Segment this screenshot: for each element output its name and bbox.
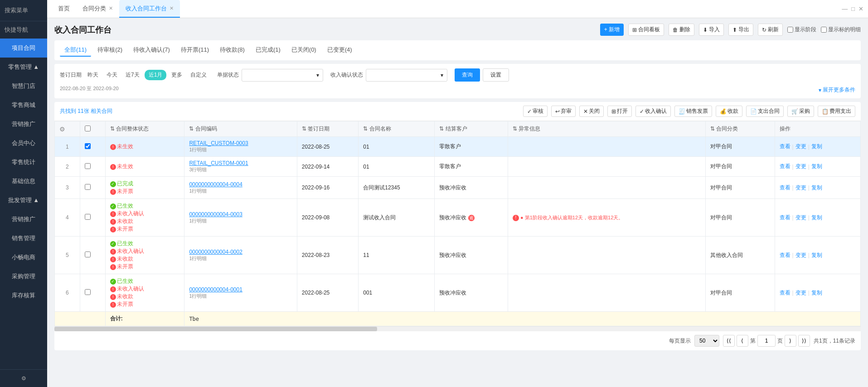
table-action-print[interactable]: ⊞ 打开 (607, 106, 632, 117)
sidebar-settings[interactable]: ⚙ (0, 369, 47, 387)
row-checkbox[interactable] (80, 237, 105, 274)
tab-home[interactable]: 首页 (52, 0, 76, 18)
sidebar-item-wholesale-mgmt[interactable]: 批发管理 ▲ (0, 191, 47, 210)
date-shortcut-today[interactable]: 今天 (103, 70, 121, 80)
row-action-查看[interactable]: 查看 (780, 289, 790, 297)
sidebar-item-inventory[interactable]: 库存核算 (0, 286, 47, 305)
row-action-查看[interactable]: 查看 (780, 184, 790, 192)
contract-code-link[interactable]: 0000000000004-0002 (189, 249, 242, 255)
settings-icon[interactable]: ⚙ (59, 126, 65, 133)
date-shortcut-custom[interactable]: 自定义 (187, 70, 210, 80)
sidebar-item-sales-mgmt[interactable]: 销售管理 (0, 229, 47, 248)
show-stages-checkbox[interactable]: 显示阶段 (787, 26, 816, 34)
filter-tab-pending-invoice[interactable]: 待开票(11) (176, 44, 213, 57)
table-action-close[interactable]: ✕ 关闭 (579, 106, 604, 117)
table-action-abandon[interactable]: ↩ 弃审 (551, 106, 576, 117)
contract-code-link[interactable]: 0000000000004-0001 (189, 286, 242, 293)
page-first-button[interactable]: ⟨⟨ (723, 335, 735, 347)
sidebar-item-marketing2[interactable]: 营销推广 (0, 210, 47, 229)
contract-code-link[interactable]: RETAIL_CUSTOM-0003 (189, 140, 248, 146)
row-checkbox[interactable] (80, 177, 105, 199)
row-action-变更[interactable]: 变更 (795, 184, 806, 192)
row-action-变更[interactable]: 变更 (795, 214, 806, 222)
h-scroll-bar[interactable] (54, 326, 861, 331)
sidebar-item-purchase-mgmt[interactable]: 采购管理 (0, 267, 47, 286)
date-shortcut-last7days[interactable]: 近7天 (122, 70, 143, 80)
filter-tab-all[interactable]: 全部(11) (60, 44, 91, 57)
window-max[interactable]: □ (851, 5, 855, 12)
sidebar-search[interactable]: 搜索菜单 (0, 0, 47, 21)
row-action-复制[interactable]: 复制 (811, 214, 822, 222)
doc-status-select[interactable]: ▾ (242, 69, 323, 82)
sidebar-item-member-center[interactable]: 会员中心 (0, 134, 47, 153)
col-header-settings[interactable]: ⚙ (55, 121, 80, 137)
tab-close-income-workbench[interactable]: ✕ (170, 5, 174, 11)
page-size-select[interactable]: 20 50 100 (694, 335, 719, 347)
date-shortcut-yesterday[interactable]: 昨天 (84, 70, 102, 80)
date-shortcut-more[interactable]: 更多 (168, 70, 185, 80)
table-action-collect[interactable]: 💰 收款 (716, 106, 742, 117)
table-action-income-confirm[interactable]: ✓ 收入确认 (635, 106, 671, 117)
table-action-review[interactable]: ✓ 审核 (523, 106, 548, 117)
query-button[interactable]: 查询 (455, 68, 480, 82)
import-button[interactable]: ⬇ 导入 (699, 24, 724, 36)
sidebar-item-smart-store[interactable]: 智慧门店 (0, 77, 47, 96)
window-close[interactable]: ✕ (858, 5, 863, 12)
tab-income-workbench[interactable]: 收入合同工作台 ✕ (119, 0, 180, 18)
filter-tab-pending-income-confirm[interactable]: 待收入确认(7) (129, 44, 175, 57)
contract-code-link[interactable]: RETAIL_CUSTOM-0001 (189, 160, 248, 166)
filter-tab-completed[interactable]: 已完成(1) (251, 44, 285, 57)
row-action-变更[interactable]: 变更 (795, 289, 806, 297)
row-action-查看[interactable]: 查看 (780, 143, 790, 150)
row-checkbox[interactable] (80, 199, 105, 237)
setting-button[interactable]: 设置 (483, 68, 509, 82)
table-action-output-contract[interactable]: 📄 支出合同 (746, 106, 784, 117)
sidebar-item-retail-stats[interactable]: 零售统计 (0, 153, 47, 172)
row-checkbox[interactable] (80, 137, 105, 157)
filter-tab-pending-collect[interactable]: 待收款(8) (215, 44, 249, 57)
row-action-复制[interactable]: 复制 (811, 289, 822, 297)
sidebar-item-retail-management[interactable]: 零售管理 ▲ (0, 58, 47, 77)
income-confirm-select[interactable]: ▾ (366, 69, 447, 82)
page-last-button[interactable]: ⟩⟩ (798, 335, 810, 347)
sidebar-item-xiaochangec[interactable]: 小畅电商 (0, 248, 47, 267)
page-input[interactable] (757, 335, 776, 347)
table-action-purchase[interactable]: 🛒 采购 (787, 106, 814, 117)
tab-close-contract-category[interactable]: ✕ (109, 5, 113, 11)
page-prev-button[interactable]: ⟨ (737, 335, 748, 347)
date-shortcut-last1month[interactable]: 近1月 (145, 70, 167, 80)
row-checkbox[interactable] (80, 157, 105, 177)
window-min[interactable]: — (842, 5, 848, 12)
row-action-变更[interactable]: 变更 (795, 163, 806, 170)
row-action-变更[interactable]: 变更 (795, 252, 806, 259)
row-action-查看[interactable]: 查看 (780, 214, 790, 222)
select-all-checkbox[interactable] (85, 126, 91, 131)
new-button[interactable]: + 新增 (600, 24, 624, 36)
contract-code-link[interactable]: 0000000000004-0003 (189, 211, 242, 218)
row-checkbox[interactable] (80, 274, 105, 312)
refresh-button[interactable]: ↻ 刷新 (758, 24, 783, 36)
row-action-复制[interactable]: 复制 (811, 163, 822, 170)
row-action-复制[interactable]: 复制 (811, 252, 822, 259)
sidebar-item-basic-info[interactable]: 基础信息 (0, 172, 47, 191)
sidebar-quick-nav[interactable]: 快捷导航 (0, 21, 47, 39)
sidebar-item-marketing[interactable]: 营销推广 (0, 115, 47, 134)
h-scroll-thumb[interactable] (54, 327, 377, 331)
row-action-查看[interactable]: 查看 (780, 252, 790, 259)
show-marks-checkbox[interactable]: 显示标的明细 (821, 26, 861, 34)
filter-tab-changed[interactable]: 已变更(4) (323, 44, 357, 57)
tab-contract-category[interactable]: 合同分类 ✕ (76, 0, 119, 18)
row-action-变更[interactable]: 变更 (795, 143, 806, 150)
table-action-sales-invoice[interactable]: 🧾 销售发票 (674, 106, 712, 117)
row-action-查看[interactable]: 查看 (780, 163, 790, 170)
contract-board-button[interactable]: ⊞ 合同看板 (628, 24, 664, 36)
filter-tab-pending-review[interactable]: 待审核(2) (93, 44, 127, 57)
contract-code-link[interactable]: 0000000000004-0004 (189, 181, 242, 188)
row-action-复制[interactable]: 复制 (811, 143, 822, 150)
table-action-fee-output[interactable]: 📋 费用支出 (818, 106, 855, 117)
row-action-复制[interactable]: 复制 (811, 184, 822, 192)
export-button[interactable]: ⬆ 导出 (728, 24, 753, 36)
delete-button[interactable]: 🗑 删除 (669, 24, 694, 36)
page-next-button[interactable]: ⟩ (785, 335, 796, 347)
expand-conditions-button[interactable]: ▾ 展开更多条件 (819, 86, 855, 94)
